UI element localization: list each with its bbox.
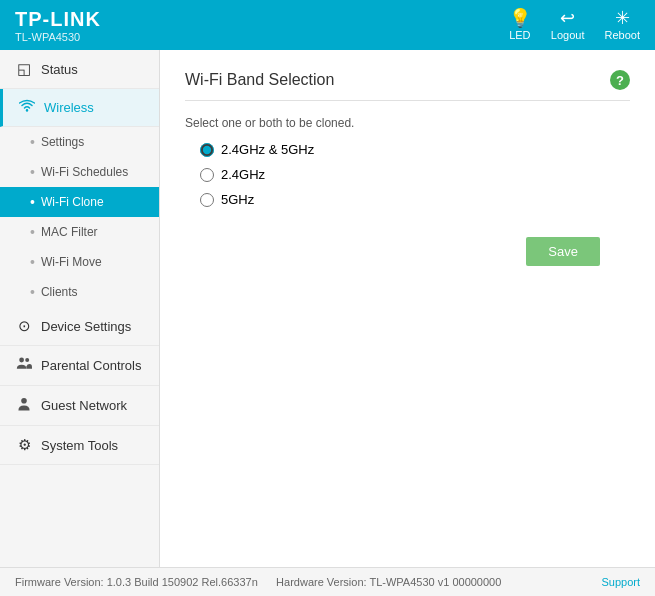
system-tools-icon: ⚙ — [15, 436, 33, 454]
radio-both-input[interactable] — [200, 143, 214, 157]
sidebar-item-parental-controls[interactable]: Parental Controls — [0, 346, 159, 386]
svg-point-1 — [19, 358, 24, 363]
page-title: Wi-Fi Band Selection — [185, 71, 334, 89]
led-icon: 💡 — [509, 9, 531, 27]
logout-nav-item[interactable]: ↩ Logout — [551, 9, 585, 41]
save-btn-area: Save — [185, 237, 630, 266]
footer: Firmware Version: 1.0.3 Build 150902 Rel… — [0, 567, 655, 596]
brand-logo: TP-LINK — [15, 8, 101, 31]
main-layout: ◱ Status Wireless Settings Wi-Fi Schedul… — [0, 50, 655, 567]
device-settings-label: Device Settings — [41, 319, 131, 334]
clients-label: Clients — [41, 285, 78, 299]
hardware-version: Hardware Version: TL-WPA4530 v1 00000000 — [276, 576, 501, 588]
svg-point-0 — [26, 109, 28, 111]
brand: TP-LINK TL-WPA4530 — [15, 8, 101, 43]
sidebar-item-wireless[interactable]: Wireless — [0, 89, 159, 127]
content-title-bar: Wi-Fi Band Selection ? — [185, 70, 630, 101]
guest-network-label: Guest Network — [41, 398, 127, 413]
wifi-move-label: Wi-Fi Move — [41, 255, 102, 269]
status-label: Status — [41, 62, 78, 77]
sidebar-item-status[interactable]: ◱ Status — [0, 50, 159, 89]
reboot-nav-item[interactable]: ✳ Reboot — [605, 9, 640, 41]
logout-label: Logout — [551, 29, 585, 41]
radio-5ghz[interactable]: 5GHz — [200, 192, 630, 207]
support-link[interactable]: Support — [601, 576, 640, 588]
system-tools-label: System Tools — [41, 438, 118, 453]
svg-point-2 — [25, 358, 29, 362]
radio-2.4ghz-input[interactable] — [200, 168, 214, 182]
sidebar-subitem-wifi-clone[interactable]: Wi-Fi Clone — [0, 187, 159, 217]
help-icon[interactable]: ? — [610, 70, 630, 90]
parental-controls-label: Parental Controls — [41, 358, 141, 373]
reboot-label: Reboot — [605, 29, 640, 41]
radio-2.4ghz-label: 2.4GHz — [221, 167, 265, 182]
mac-filter-label: MAC Filter — [41, 225, 98, 239]
sidebar-item-guest-network[interactable]: Guest Network — [0, 386, 159, 426]
brand-model: TL-WPA4530 — [15, 31, 101, 43]
device-settings-icon: ⊙ — [15, 317, 33, 335]
band-selection-group: 2.4GHz & 5GHz 2.4GHz 5GHz — [200, 142, 630, 207]
radio-5ghz-input[interactable] — [200, 193, 214, 207]
led-label: LED — [509, 29, 530, 41]
header: TP-LINK TL-WPA4530 💡 LED ↩ Logout ✳ Rebo… — [0, 0, 655, 50]
sidebar-subitem-clients[interactable]: Clients — [0, 277, 159, 307]
radio-5ghz-label: 5GHz — [221, 192, 254, 207]
sidebar-item-device-settings[interactable]: ⊙ Device Settings — [0, 307, 159, 346]
wireless-icon — [18, 99, 36, 116]
header-nav: 💡 LED ↩ Logout ✳ Reboot — [509, 9, 640, 41]
led-nav-item[interactable]: 💡 LED — [509, 9, 531, 41]
parental-controls-icon — [15, 356, 33, 375]
svg-point-3 — [21, 398, 27, 404]
wifi-clone-label: Wi-Fi Clone — [41, 195, 104, 209]
firmware-version: Firmware Version: 1.0.3 Build 150902 Rel… — [15, 576, 258, 588]
sidebar: ◱ Status Wireless Settings Wi-Fi Schedul… — [0, 50, 160, 567]
settings-label: Settings — [41, 135, 84, 149]
radio-both[interactable]: 2.4GHz & 5GHz — [200, 142, 630, 157]
content-area: Wi-Fi Band Selection ? Select one or bot… — [160, 50, 655, 567]
content-subtitle: Select one or both to be cloned. — [185, 116, 630, 130]
logout-icon: ↩ — [560, 9, 575, 27]
sidebar-subitem-settings[interactable]: Settings — [0, 127, 159, 157]
reboot-icon: ✳ — [615, 9, 630, 27]
footer-left: Firmware Version: 1.0.3 Build 150902 Rel… — [15, 576, 501, 588]
status-icon: ◱ — [15, 60, 33, 78]
sidebar-subitem-wifi-schedules[interactable]: Wi-Fi Schedules — [0, 157, 159, 187]
wifi-schedules-label: Wi-Fi Schedules — [41, 165, 128, 179]
sidebar-subitem-wifi-move[interactable]: Wi-Fi Move — [0, 247, 159, 277]
sidebar-item-system-tools[interactable]: ⚙ System Tools — [0, 426, 159, 465]
sidebar-subitem-mac-filter[interactable]: MAC Filter — [0, 217, 159, 247]
wireless-label: Wireless — [44, 100, 94, 115]
radio-both-label: 2.4GHz & 5GHz — [221, 142, 314, 157]
save-button[interactable]: Save — [526, 237, 600, 266]
radio-2.4ghz[interactable]: 2.4GHz — [200, 167, 630, 182]
guest-network-icon — [15, 396, 33, 415]
